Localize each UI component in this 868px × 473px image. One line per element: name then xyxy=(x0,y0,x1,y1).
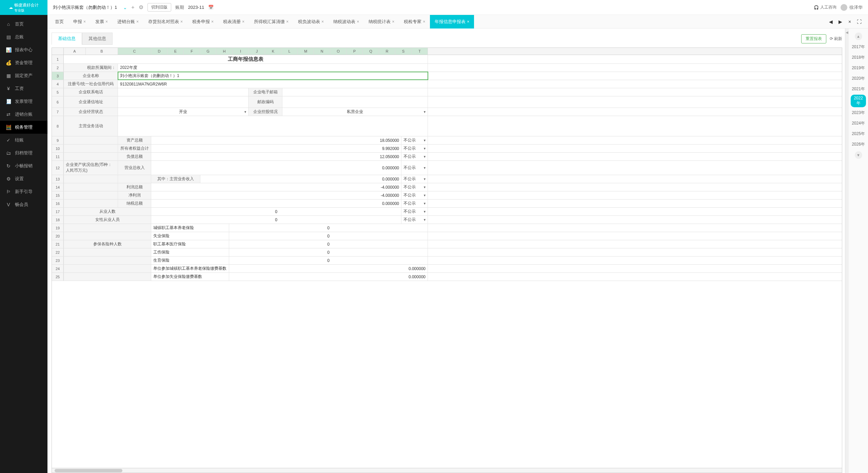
year-strip-collapse[interactable]: ◀ xyxy=(845,29,848,473)
row-header[interactable]: 15 xyxy=(52,191,64,199)
dropdown-icon[interactable]: ▼ xyxy=(423,177,426,181)
dropdown-icon[interactable]: ▼ xyxy=(423,155,426,158)
cell[interactable] xyxy=(64,145,118,152)
cell[interactable]: 不公示▼ xyxy=(401,208,428,215)
col-header[interactable]: L xyxy=(281,48,298,55)
row-header[interactable]: 21 xyxy=(52,240,64,248)
nav-item-8[interactable]: 🧮税务管理 xyxy=(0,121,47,134)
tab-4[interactable]: 存货别名对照表× xyxy=(143,15,188,29)
nav-item-0[interactable]: ⌂首页 xyxy=(0,18,47,31)
row-header[interactable]: 5 xyxy=(52,88,64,96)
year-down-icon[interactable]: ▼ xyxy=(855,151,862,159)
cell[interactable] xyxy=(64,224,151,232)
col-header[interactable]: M xyxy=(298,48,314,55)
row-header[interactable]: 10 xyxy=(52,145,64,152)
col-header[interactable]: T xyxy=(412,48,428,55)
tab-basic-info[interactable]: 基础信息 xyxy=(52,33,82,45)
cell[interactable]: 0 xyxy=(229,248,428,256)
cell[interactable]: 不公示▼ xyxy=(401,161,428,175)
cell[interactable]: 不公示▼ xyxy=(401,136,428,144)
cell[interactable]: 0 xyxy=(229,240,428,248)
tab-0[interactable]: 首页 xyxy=(50,15,68,29)
nav-item-13[interactable]: 🏳新手引导 xyxy=(0,185,47,198)
cell[interactable]: 0.000000 xyxy=(200,175,401,183)
nav-item-9[interactable]: ✓结账 xyxy=(0,134,47,147)
cell[interactable] xyxy=(118,96,249,108)
row-header[interactable]: 4 xyxy=(52,80,64,88)
nav-item-7[interactable]: ⇄进销台账 xyxy=(0,108,47,121)
cell[interactable]: 营业总收入 xyxy=(118,161,151,175)
tab-12[interactable]: 年报信息申报表× xyxy=(430,15,474,29)
cell[interactable] xyxy=(64,153,118,160)
cell[interactable]: 主营业务活动 xyxy=(64,116,118,136)
cell[interactable] xyxy=(64,265,151,272)
row-header[interactable]: 19 xyxy=(52,224,64,232)
close-icon[interactable]: × xyxy=(321,19,324,24)
cell[interactable]: 税款所属期间： xyxy=(64,64,118,72)
user-menu[interactable]: 徐泽华 xyxy=(841,4,863,11)
row-header[interactable]: 8 xyxy=(52,116,64,136)
fullscreen-icon[interactable]: ⛶ xyxy=(856,19,863,24)
cell[interactable] xyxy=(64,257,151,264)
close-icon[interactable]: × xyxy=(286,19,289,24)
cell[interactable]: 18.050000 xyxy=(151,136,401,144)
row-header[interactable]: 7 xyxy=(52,108,64,116)
row-header[interactable]: 12 xyxy=(52,161,64,175)
cell[interactable]: 企业资产状况信息(币种：人民币万元) xyxy=(64,161,118,175)
cell[interactable] xyxy=(282,88,428,96)
gear-icon[interactable]: ⚙ xyxy=(139,4,143,11)
cell[interactable] xyxy=(64,136,118,144)
close-icon[interactable]: × xyxy=(467,19,469,24)
cell[interactable] xyxy=(118,88,249,96)
cell[interactable]: 0 xyxy=(229,232,428,240)
plus-icon[interactable]: + xyxy=(131,4,134,11)
refresh-button[interactable]: ⟳ 刷新 xyxy=(830,36,842,42)
col-header[interactable]: K xyxy=(265,48,281,55)
sheet-body[interactable]: 1工商年报信息表2税款所属期间：2022年度3企业名称刘小艳演示账套（勿删勿动！… xyxy=(52,55,842,468)
cell[interactable] xyxy=(64,232,151,240)
cell[interactable]: 不公示▼ xyxy=(401,191,428,199)
year-item[interactable]: 2025年 xyxy=(849,129,868,139)
cell[interactable]: 0 xyxy=(151,208,401,215)
col-header[interactable]: N xyxy=(314,48,330,55)
tab-8[interactable]: 税负波动表× xyxy=(293,15,329,29)
dropdown-icon[interactable]: ▼ xyxy=(244,110,247,114)
cell[interactable]: 企业经营状态 xyxy=(64,108,118,116)
row-header[interactable]: 1 xyxy=(52,55,64,63)
dropdown-icon[interactable]: ▼ xyxy=(423,139,426,142)
cell[interactable]: 0 xyxy=(229,224,428,232)
year-item[interactable]: 2022年 xyxy=(851,95,866,107)
col-header[interactable]: C xyxy=(118,48,151,55)
dropdown-icon[interactable]: ▼ xyxy=(423,194,426,197)
nav-item-11[interactable]: ↻小畅报销 xyxy=(0,159,47,172)
tab-5[interactable]: 税务申报× xyxy=(188,15,218,29)
cell[interactable]: 生育保险 xyxy=(151,257,229,264)
cell[interactable]: 开业▼ xyxy=(118,108,249,116)
col-header[interactable]: G xyxy=(200,48,216,55)
close-icon[interactable]: × xyxy=(357,19,359,24)
cell[interactable]: 不公示▼ xyxy=(401,175,428,183)
close-icon[interactable]: × xyxy=(136,19,139,24)
cell[interactable] xyxy=(64,200,118,207)
calendar-icon[interactable]: 📅 xyxy=(208,5,214,10)
year-item[interactable]: 2026年 xyxy=(849,139,868,149)
cell[interactable]: 纳税总额 xyxy=(118,200,151,207)
nav-item-12[interactable]: ⚙设置 xyxy=(0,172,47,185)
cell[interactable]: 0.000000 xyxy=(229,265,428,272)
cell[interactable]: 企业名称 xyxy=(64,72,118,80)
tabs-prev-icon[interactable]: ◀ xyxy=(827,19,834,24)
cell[interactable]: 从业人数 xyxy=(64,208,151,215)
row-header[interactable]: 18 xyxy=(52,216,64,224)
cell[interactable]: 企业联系电话 xyxy=(64,88,118,96)
switch-old-version-button[interactable]: 切到旧版 xyxy=(147,3,171,12)
consult-button[interactable]: 🎧 人工咨询 xyxy=(814,4,836,10)
col-header[interactable]: S xyxy=(395,48,412,55)
row-header[interactable]: 25 xyxy=(52,273,64,281)
cell[interactable] xyxy=(282,96,428,108)
nav-item-14[interactable]: V畅会员 xyxy=(0,198,47,211)
close-icon[interactable]: × xyxy=(392,19,394,24)
tab-10[interactable]: 纳税统计表× xyxy=(364,15,399,29)
tab-9[interactable]: 纳税波动表× xyxy=(329,15,364,29)
cell[interactable]: 职工基本医疗保险 xyxy=(151,240,229,248)
nav-item-2[interactable]: 📊报表中心 xyxy=(0,43,47,56)
